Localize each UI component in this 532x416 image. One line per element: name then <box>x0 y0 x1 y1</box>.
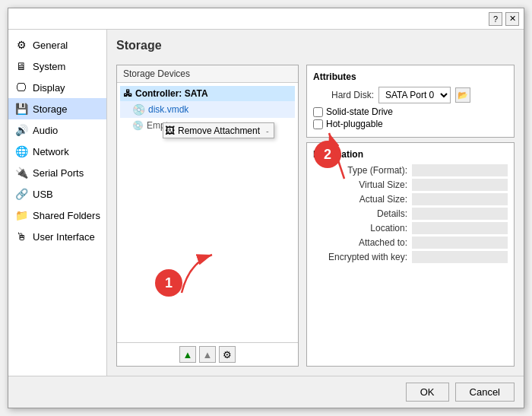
sidebar-item-audio[interactable]: 🔊 Audio <box>8 119 106 141</box>
sidebar-item-serial-ports[interactable]: 🔌 Serial Ports <box>8 162 106 183</box>
info-label-attached-to: Attached to: <box>313 237 412 248</box>
usb-icon: 🔗 <box>14 187 28 201</box>
empty-icon: 💿 <box>132 120 144 131</box>
content-area: Storage Devices 🖧 Controller: SATA 💿 dis… <box>116 65 515 367</box>
general-icon: ⚙ <box>14 38 28 52</box>
page-title: Storage <box>116 39 515 52</box>
storage-icon: 💾 <box>14 102 28 116</box>
main-content: Storage Storage Devices 🖧 Controller: SA… <box>107 30 524 376</box>
serial-ports-icon: 🔌 <box>14 166 28 179</box>
sidebar-item-user-interface[interactable]: 🖱 User Interface <box>8 226 106 247</box>
info-label-virtual-size: Virtual Size: <box>313 179 412 190</box>
storage-settings-button[interactable]: ⚙ <box>219 346 236 363</box>
hot-pluggable-checkbox[interactable] <box>313 119 323 129</box>
sidebar-item-label: System <box>33 61 65 72</box>
hard-disk-label: Hard Disk: <box>313 90 374 100</box>
sidebar-item-label: General <box>33 40 68 51</box>
info-label-type: Type (Format): <box>313 165 412 176</box>
info-row-location: Location: <box>313 222 508 234</box>
solid-state-label: Solid-state Drive <box>326 106 393 117</box>
info-row-actual-size: Actual Size: <box>313 193 508 205</box>
info-label-details: Details: <box>313 208 412 219</box>
sidebar-item-label: Audio <box>33 125 58 136</box>
shared-folders-icon: 📁 <box>14 208 28 222</box>
remove-storage-button[interactable]: ▲ <box>199 346 216 363</box>
information-title: Information <box>313 149 508 160</box>
attributes-panel: Attributes Hard Disk: SATA Port 0 📂 Soli… <box>306 65 515 367</box>
display-icon: 🖵 <box>14 81 28 94</box>
hard-disk-row: Hard Disk: SATA Port 0 📂 <box>313 87 508 103</box>
hot-pluggable-label: Hot-pluggable <box>326 119 383 129</box>
arrow-1 <box>174 247 220 300</box>
controller-row[interactable]: 🖧 Controller: SATA <box>120 86 295 101</box>
solid-state-checkbox[interactable] <box>313 107 323 117</box>
context-menu-label[interactable]: Remove Attachment <box>178 125 260 136</box>
dialog-footer: OK Cancel <box>8 376 524 408</box>
title-bar: ? ✕ <box>8 8 524 30</box>
controller-label: Controller: SATA <box>135 88 208 99</box>
sidebar-item-storage[interactable]: 💾 Storage <box>8 98 106 119</box>
sidebar: ⚙ General 🖥 System 🖵 Display 💾 Storage 🔊… <box>8 30 107 376</box>
info-value-encrypted <box>412 251 508 263</box>
system-icon: 🖥 <box>14 59 28 73</box>
dialog-body: ⚙ General 🖥 System 🖵 Display 💾 Storage 🔊… <box>8 30 524 376</box>
attributes-section: Attributes Hard Disk: SATA Port 0 📂 Soli… <box>306 65 515 138</box>
context-menu-close-btn[interactable]: - <box>263 126 272 135</box>
storage-panel: Storage Devices 🖧 Controller: SATA 💿 dis… <box>116 65 299 367</box>
attributes-title: Attributes <box>313 71 356 82</box>
solid-state-row: Solid-state Drive <box>313 106 508 117</box>
sidebar-item-label: Serial Ports <box>33 167 84 179</box>
disk-icon: 💿 <box>132 103 145 116</box>
close-button[interactable]: ✕ <box>505 12 519 26</box>
sidebar-item-label: USB <box>33 189 53 200</box>
info-value-details <box>412 208 508 220</box>
cancel-button[interactable]: Cancel <box>455 383 515 402</box>
info-label-encrypted: Encrypted with key: <box>313 252 412 262</box>
info-value-virtual-size <box>412 179 508 191</box>
info-value-actual-size <box>412 193 508 205</box>
info-value-type <box>412 164 508 176</box>
info-row-encrypted: Encrypted with key: <box>313 251 508 263</box>
info-label-location: Location: <box>313 223 412 233</box>
user-interface-icon: 🖱 <box>14 230 28 243</box>
disk-label: disk.vmdk <box>148 104 188 115</box>
main-dialog: ? ✕ ⚙ General 🖥 System 🖵 Display 💾 Stora… <box>8 8 524 408</box>
hard-disk-browse-button[interactable]: 📂 <box>455 87 470 103</box>
sidebar-item-network[interactable]: 🌐 Network <box>8 141 106 162</box>
controller-icon: 🖧 <box>123 88 132 99</box>
title-bar-buttons: ? ✕ <box>489 12 519 26</box>
info-row-details: Details: <box>313 208 508 220</box>
sidebar-item-label: Network <box>33 146 69 157</box>
information-section: Information Type (Format): Virtual Size:… <box>306 142 515 367</box>
hard-disk-select[interactable]: SATA Port 0 <box>378 87 451 103</box>
context-menu-icon: 🖼 <box>165 125 175 136</box>
network-icon: 🌐 <box>14 144 28 158</box>
info-label-actual-size: Actual Size: <box>313 194 412 205</box>
sidebar-item-shared-folders[interactable]: 📁 Shared Folders <box>8 205 106 226</box>
sidebar-item-label: User Interface <box>33 231 95 243</box>
hot-pluggable-row: Hot-pluggable <box>313 119 508 129</box>
sidebar-item-general[interactable]: ⚙ General <box>8 34 106 56</box>
storage-devices-label: Storage Devices <box>117 65 298 83</box>
sidebar-item-label: Display <box>33 82 65 94</box>
add-storage-button[interactable]: ▲ <box>179 346 196 363</box>
info-row-type: Type (Format): <box>313 164 508 176</box>
info-value-location <box>412 222 508 234</box>
context-menu: 🖼 Remove Attachment - <box>163 122 274 138</box>
info-row-virtual-size: Virtual Size: <box>313 179 508 191</box>
info-row-attached-to: Attached to: <box>313 237 508 249</box>
sidebar-item-label: Storage <box>33 103 68 115</box>
disk-row[interactable]: 💿 disk.vmdk <box>120 101 295 118</box>
sidebar-item-system[interactable]: 🖥 System <box>8 56 106 77</box>
annotation-badge-1: 1 <box>155 269 182 297</box>
audio-icon: 🔊 <box>14 123 28 137</box>
help-button[interactable]: ? <box>489 12 502 26</box>
sidebar-item-label: Shared Folders <box>33 210 100 221</box>
storage-toolbar: ▲ ▲ ⚙ <box>117 342 298 366</box>
info-value-attached-to <box>412 237 508 249</box>
sidebar-item-usb[interactable]: 🔗 USB <box>8 183 106 205</box>
ok-button[interactable]: OK <box>406 383 449 402</box>
sidebar-item-display[interactable]: 🖵 Display <box>8 77 106 98</box>
